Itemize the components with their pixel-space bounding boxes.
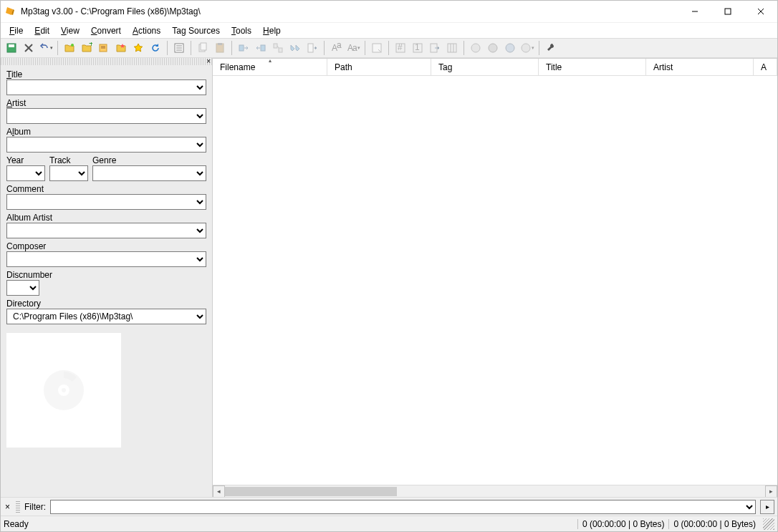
statusbar: Ready 0 (00:00:00 | 0 Bytes) 0 (00:00:00… [1, 516, 777, 531]
svg-text:a: a [352, 43, 357, 53]
star-icon[interactable] [130, 40, 146, 56]
scroll-thumb[interactable] [225, 487, 397, 496]
tag-to-filename-icon[interactable] [236, 40, 251, 56]
filter-grip[interactable] [16, 501, 20, 513]
copy-icon[interactable] [195, 40, 211, 56]
svg-rect-20 [218, 43, 222, 45]
comment-input[interactable] [6, 194, 206, 210]
horizontal-scrollbar[interactable]: ◂ ▸ [213, 485, 777, 497]
svg-point-42 [522, 44, 530, 52]
filename-to-tag-icon[interactable] [253, 40, 269, 56]
svg-rect-1 [725, 9, 731, 14]
menu-actions[interactable]: Actions [127, 24, 166, 37]
undo-icon[interactable]: ▾ [38, 40, 54, 56]
discnumber-label: Discnumber [6, 270, 206, 280]
discnumber-input[interactable] [6, 280, 39, 296]
paste-icon[interactable] [212, 40, 228, 56]
svg-point-45 [62, 388, 66, 392]
column-filename[interactable]: ▴ Filename [213, 59, 327, 75]
folder-open-icon[interactable] [62, 40, 77, 56]
sort-asc-icon: ▴ [269, 58, 272, 64]
artist-label: Artist [6, 98, 206, 108]
tools-icon[interactable] [543, 40, 559, 56]
filter-input[interactable] [50, 500, 756, 514]
column-tag[interactable]: Tag [431, 59, 539, 75]
svg-rect-22 [261, 45, 265, 51]
scroll-left-icon[interactable]: ◂ [213, 485, 225, 498]
album-artist-input[interactable] [6, 223, 206, 238]
track-label: Track [49, 155, 88, 165]
text-file-to-tag-icon[interactable] [304, 40, 320, 56]
titlebar: Mp3tag v3.00 - C:\Program Files (x86)\Mp… [1, 1, 777, 22]
file-list: ▴ Filename Path Tag Title Artist A ◂ ▸ [213, 58, 777, 497]
column-title[interactable]: Title [539, 59, 646, 75]
filename-to-filename-icon[interactable] [270, 40, 286, 56]
title-input[interactable] [6, 79, 206, 95]
tag-panel: × Title Artist Album Year Track Genre [1, 58, 213, 497]
window-title: Mp3tag v3.00 - C:\Program Files (x86)\Mp… [21, 6, 201, 16]
close-button[interactable] [744, 1, 777, 22]
web-source-4-icon[interactable]: ▾ [519, 40, 535, 56]
web-source-2-icon[interactable] [485, 40, 501, 56]
status-ready: Ready [4, 519, 29, 529]
scroll-right-icon[interactable]: ▸ [765, 485, 777, 498]
renumber-icon[interactable]: # [393, 40, 408, 56]
menu-help[interactable]: Help [257, 24, 287, 37]
folder-add-icon[interactable]: + [79, 40, 95, 56]
filter-close-icon[interactable]: × [4, 502, 11, 512]
actions-icon[interactable]: Aa [328, 40, 344, 56]
app-icon [5, 6, 16, 17]
minimize-button[interactable] [678, 1, 711, 22]
svg-rect-24 [279, 48, 282, 52]
directory-label: Directory [6, 299, 206, 309]
menu-convert[interactable]: Convert [85, 24, 127, 37]
artist-input[interactable] [6, 108, 206, 124]
resize-grip-icon[interactable] [763, 518, 774, 530]
cover-art-box[interactable] [6, 333, 121, 448]
menu-file[interactable]: File [4, 24, 29, 37]
panel-grip[interactable]: × [1, 58, 212, 65]
favorite-folder-icon[interactable] [113, 40, 129, 56]
directory-input[interactable]: C:\Program Files (x86)\Mp3tag\ [6, 309, 206, 324]
panel-close-icon[interactable]: × [206, 58, 211, 65]
menu-tag-sources[interactable]: Tag Sources [166, 24, 226, 37]
menu-tools[interactable]: Tools [226, 24, 257, 37]
comment-label: Comment [6, 184, 206, 194]
svg-rect-18 [201, 43, 206, 50]
svg-text:1: 1 [415, 42, 420, 52]
export-icon[interactable] [427, 40, 443, 56]
menu-edit[interactable]: Edit [29, 24, 55, 37]
web-source-1-icon[interactable] [468, 40, 484, 56]
playlist-icon[interactable] [96, 40, 112, 56]
quick-actions-icon[interactable]: Aa▾ [345, 40, 361, 56]
genre-input[interactable] [92, 165, 206, 181]
filter-apply-button[interactable]: ▸ [760, 500, 774, 514]
tag-to-tag-icon[interactable] [287, 40, 303, 56]
svg-rect-21 [239, 45, 244, 51]
track-input[interactable] [49, 165, 88, 181]
status-info-2: 0 (00:00:00 | 0 Bytes) [668, 519, 760, 529]
svg-rect-5 [9, 44, 14, 47]
column-path[interactable]: Path [327, 59, 431, 75]
column-album[interactable]: A [754, 59, 777, 75]
maximize-button[interactable] [711, 1, 744, 22]
menu-view[interactable]: View [55, 24, 85, 37]
menubar: File Edit View Convert Actions Tag Sourc… [1, 22, 777, 38]
save-icon[interactable] [4, 40, 19, 56]
columns-icon[interactable] [444, 40, 460, 56]
svg-point-40 [489, 44, 497, 52]
refresh-icon[interactable] [148, 40, 163, 56]
list-body[interactable] [213, 76, 777, 485]
genre-label: Genre [92, 155, 206, 165]
select-all-icon[interactable] [171, 40, 187, 56]
year-input[interactable] [6, 165, 45, 181]
column-artist[interactable]: Artist [646, 59, 754, 75]
composer-input[interactable] [6, 251, 206, 267]
album-input[interactable] [6, 137, 206, 153]
autonumber-icon[interactable]: 1 [410, 40, 426, 56]
extended-tags-icon[interactable] [369, 40, 385, 56]
delete-icon[interactable] [21, 40, 37, 56]
svg-text:a: a [337, 42, 342, 50]
web-source-3-icon[interactable] [502, 40, 518, 56]
status-info-1: 0 (00:00:00 | 0 Bytes) [577, 519, 669, 529]
